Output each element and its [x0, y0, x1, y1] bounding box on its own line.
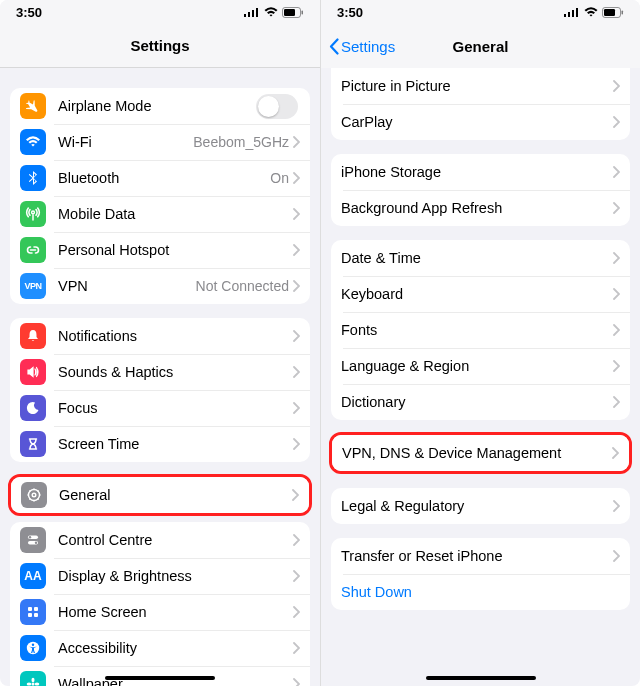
row-label: Dictionary	[341, 394, 613, 410]
svg-point-28	[32, 678, 35, 683]
bell-icon	[20, 323, 46, 349]
row-home-screen[interactable]: Home Screen	[10, 594, 310, 630]
highlight-vpn-dns: VPN, DNS & Device Management	[329, 432, 632, 474]
row-display[interactable]: AA Display & Brightness	[10, 558, 310, 594]
svg-rect-6	[302, 10, 304, 14]
svg-point-26	[32, 644, 34, 646]
row-airplane-mode[interactable]: Airplane Mode	[10, 88, 310, 124]
row-label: Display & Brightness	[58, 568, 293, 584]
row-control-centre[interactable]: Control Centre	[10, 522, 310, 558]
svg-rect-1	[248, 12, 250, 17]
chevron-right-icon	[293, 366, 300, 378]
row-pip[interactable]: Picture in Picture	[331, 68, 630, 104]
text-size-icon: AA	[20, 563, 46, 589]
chevron-right-icon	[293, 208, 300, 220]
row-label: Screen Time	[58, 436, 293, 452]
row-label: Home Screen	[58, 604, 293, 620]
svg-line-15	[29, 499, 30, 500]
row-shut-down[interactable]: Shut Down	[331, 574, 630, 610]
row-bg-refresh[interactable]: Background App Refresh	[331, 190, 630, 226]
flower-icon	[20, 671, 46, 686]
home-indicator[interactable]	[426, 676, 536, 680]
group-legal: Legal & Regulatory	[331, 488, 630, 524]
row-wifi[interactable]: Wi-Fi Beebom_5GHz	[10, 124, 310, 160]
row-label: iPhone Storage	[341, 164, 613, 180]
bluetooth-icon	[20, 165, 46, 191]
chevron-right-icon	[613, 202, 620, 214]
home-indicator[interactable]	[105, 676, 215, 680]
row-screen-time[interactable]: Screen Time	[10, 426, 310, 462]
svg-rect-5	[284, 9, 295, 16]
svg-point-31	[35, 683, 40, 686]
chevron-right-icon	[613, 288, 620, 300]
row-label: VPN	[58, 278, 196, 294]
cellular-icon	[244, 7, 260, 17]
row-bluetooth[interactable]: Bluetooth On	[10, 160, 310, 196]
status-icons	[564, 7, 624, 18]
row-fonts[interactable]: Fonts	[331, 312, 630, 348]
row-label: Mobile Data	[58, 206, 293, 222]
row-label: Sounds & Haptics	[58, 364, 293, 380]
svg-point-27	[32, 683, 35, 686]
chevron-right-icon	[292, 489, 299, 501]
hotspot-icon	[20, 237, 46, 263]
row-label: Personal Hotspot	[58, 242, 293, 258]
row-vpn-dns[interactable]: VPN, DNS & Device Management	[332, 435, 629, 471]
row-vpn[interactable]: VPN VPN Not Connected	[10, 268, 310, 304]
settings-list[interactable]: Airplane Mode Wi-Fi Beebom_5GHz Bluetoot…	[0, 68, 320, 686]
connectivity-group: Airplane Mode Wi-Fi Beebom_5GHz Bluetoot…	[10, 88, 310, 304]
row-value: On	[270, 170, 289, 186]
chevron-right-icon	[613, 116, 620, 128]
row-label: Focus	[58, 400, 293, 416]
cellular-icon	[564, 7, 580, 17]
row-language[interactable]: Language & Region	[331, 348, 630, 384]
battery-icon	[602, 7, 624, 18]
row-notifications[interactable]: Notifications	[10, 318, 310, 354]
row-label: Bluetooth	[58, 170, 270, 186]
svg-point-20	[35, 542, 37, 544]
battery-icon	[282, 7, 304, 18]
row-storage[interactable]: iPhone Storage	[331, 154, 630, 190]
airplane-toggle[interactable]	[256, 94, 298, 119]
row-legal[interactable]: Legal & Regulatory	[331, 488, 630, 524]
row-label: Wi-Fi	[58, 134, 193, 150]
svg-point-18	[29, 536, 31, 538]
row-accessibility[interactable]: Accessibility	[10, 630, 310, 666]
status-time: 3:50	[337, 5, 363, 20]
chevron-right-icon	[612, 447, 619, 459]
chevron-right-icon	[293, 438, 300, 450]
row-focus[interactable]: Focus	[10, 390, 310, 426]
row-label: Control Centre	[58, 532, 293, 548]
svg-rect-3	[256, 8, 258, 17]
row-mobile-data[interactable]: Mobile Data	[10, 196, 310, 232]
row-dictionary[interactable]: Dictionary	[331, 384, 630, 420]
svg-line-16	[38, 490, 39, 491]
general-list[interactable]: Picture in Picture CarPlay iPhone Storag…	[321, 68, 640, 686]
group-storage: iPhone Storage Background App Refresh	[331, 154, 630, 226]
row-transfer-reset[interactable]: Transfer or Reset iPhone	[331, 538, 630, 574]
settings-root-screen: 3:50 Settings Airplane Mode Wi-Fi	[0, 0, 320, 686]
chevron-right-icon	[293, 244, 300, 256]
row-label: Picture in Picture	[341, 78, 613, 94]
chevron-right-icon	[613, 166, 620, 178]
row-date-time[interactable]: Date & Time	[331, 240, 630, 276]
chevron-right-icon	[293, 136, 300, 148]
svg-rect-35	[576, 8, 578, 17]
row-label: Background App Refresh	[341, 200, 613, 216]
general-screen: 3:50 Settings General Picture in Picture…	[320, 0, 640, 686]
row-label: Date & Time	[341, 250, 613, 266]
svg-rect-21	[28, 607, 32, 611]
row-keyboard[interactable]: Keyboard	[331, 276, 630, 312]
chevron-right-icon	[293, 570, 300, 582]
row-personal-hotspot[interactable]: Personal Hotspot	[10, 232, 310, 268]
back-button[interactable]: Settings	[329, 38, 395, 55]
row-general[interactable]: General	[11, 477, 309, 513]
wifi-icon	[584, 7, 598, 17]
row-label: Fonts	[341, 322, 613, 338]
grid-icon	[20, 599, 46, 625]
wifi-icon	[264, 7, 278, 17]
row-carplay[interactable]: CarPlay	[331, 104, 630, 140]
status-bar: 3:50	[321, 0, 640, 24]
system-group-cont: Control Centre AA Display & Brightness H…	[10, 522, 310, 686]
row-sounds[interactable]: Sounds & Haptics	[10, 354, 310, 390]
